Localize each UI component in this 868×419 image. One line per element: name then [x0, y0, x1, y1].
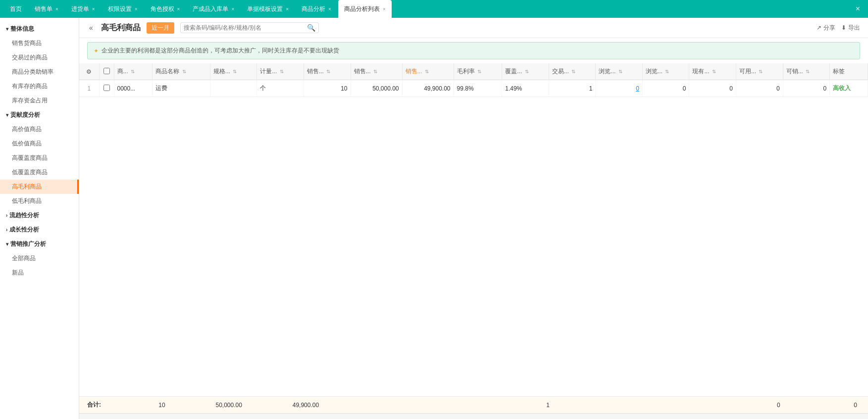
close-template-settings-icon[interactable]: × — [286, 6, 289, 12]
sidebar-group-trend[interactable]: › 流趋性分析 — [0, 208, 79, 223]
nav-sales-order[interactable]: 销售单 × — [29, 0, 64, 18]
close-product-analysis-icon[interactable]: × — [328, 6, 331, 12]
col-tag: 标签 — [830, 63, 868, 80]
col-sales-qty[interactable]: 销售... ⇅ — [304, 63, 351, 80]
col-gross-margin[interactable]: 毛利率 ⇅ — [454, 63, 502, 80]
col-current-stock[interactable]: 现有... ⇅ — [689, 63, 736, 80]
footer-empty4 — [629, 402, 706, 409]
sidebar-group-overall[interactable]: ▾ 整体信息 — [0, 22, 79, 36]
arrow-contribution: ▾ — [6, 112, 8, 118]
sidebar-group-growth[interactable]: › 成长性分析 — [0, 223, 79, 237]
close-role-auth-icon[interactable]: × — [177, 6, 180, 12]
footer-current-stock: 0 — [706, 402, 783, 409]
data-table: ⚙ 商... ⇅ 商品名称 ⇅ — [79, 63, 868, 97]
sort-browse2-icon: ⇅ — [665, 69, 669, 74]
sort-sales-amount-icon: ⇅ — [373, 69, 377, 74]
main-layout: ▾ 整体信息 销售货商品 交易过的商品 商品分类助销率 有库存的商品 库存资金占… — [0, 18, 868, 419]
table-row: 1 0000... 运费 — [79, 80, 868, 97]
cell-code[interactable]: 0000... — [114, 80, 153, 97]
export-button[interactable]: ⬇ 导出 — [841, 24, 860, 32]
sidebar-group-marketing[interactable]: ▾ 营销推广分析 — [0, 237, 79, 251]
cell-available: 0 — [736, 80, 783, 97]
sidebar-item-inventory-capital[interactable]: 库存资金占用 — [0, 93, 79, 108]
select-all-checkbox[interactable] — [103, 68, 110, 74]
sidebar-item-high-margin[interactable]: 高毛利商品 — [0, 180, 79, 194]
nav-template-settings[interactable]: 单据模板设置 × — [241, 0, 295, 18]
nav-product-warehouse[interactable]: 产成品入库单 × — [187, 0, 240, 18]
search-icon[interactable]: 🔍 — [307, 24, 315, 32]
col-available[interactable]: 可用... ⇅ — [736, 63, 783, 80]
sidebar-item-new-goods[interactable]: 新品 — [0, 266, 79, 280]
sort-spec-icon: ⇅ — [233, 69, 237, 74]
sort-browse1-icon: ⇅ — [618, 69, 622, 74]
footer-bar: 合计: 10 50,000.00 49,900.00 1 0 0 — [79, 396, 868, 413]
share-icon: ↗ — [817, 24, 821, 31]
sort-code-icon: ⇅ — [131, 69, 135, 74]
share-button[interactable]: ↗ 分享 — [817, 24, 835, 32]
sidebar-item-low-margin[interactable]: 低毛利商品 — [0, 194, 79, 208]
sidebar-item-traded-goods[interactable]: 交易过的商品 — [0, 50, 79, 65]
sidebar-item-all-goods[interactable]: 全部商品 — [0, 251, 79, 266]
col-checkbox — [99, 63, 114, 80]
info-banner: ✦ 企业的主要的利润都是这部分商品创造的，可考虑加大推广，同时关注库存是不要出现… — [87, 42, 860, 59]
col-sales-cost[interactable]: 销售... ⇅ — [402, 63, 454, 80]
info-icon: ✦ — [94, 47, 99, 54]
close-product-warehouse-icon[interactable]: × — [231, 6, 234, 12]
cell-name: 运费 — [153, 80, 210, 97]
footer-sales-qty: 10 — [127, 402, 168, 409]
window-close-button[interactable]: × — [852, 4, 864, 13]
arrow-trend: › — [6, 213, 7, 218]
cell-sales-qty: 10 — [304, 80, 351, 97]
sort-gross-margin-icon: ⇅ — [477, 69, 481, 74]
sidebar-item-high-coverage[interactable]: 高覆盖度商品 — [0, 151, 79, 165]
nav-role-auth[interactable]: 角色授权 × — [145, 0, 186, 18]
filter-month-button[interactable]: 近一月 — [147, 22, 174, 34]
sort-sales-cost-icon: ⇅ — [425, 69, 429, 74]
col-sales-amount[interactable]: 销售... ⇅ — [351, 63, 402, 80]
col-name[interactable]: 商品名称 ⇅ — [153, 63, 210, 80]
footer-empty2 — [399, 402, 475, 409]
cell-browse1[interactable]: 0 — [596, 80, 643, 97]
close-sales-order-icon[interactable]: × — [55, 6, 58, 12]
footer-available: 0 — [783, 402, 860, 409]
sidebar-item-low-coverage[interactable]: 低覆盖度商品 — [0, 165, 79, 180]
sidebar-item-in-stock[interactable]: 有库存的商品 — [0, 79, 79, 93]
col-transaction[interactable]: 交易... ⇅ — [549, 63, 596, 80]
row-checkbox-cell — [99, 80, 114, 97]
search-input[interactable] — [184, 24, 307, 31]
nav-product-analysis[interactable]: 商品分析 × — [296, 0, 337, 18]
sidebar-item-high-value[interactable]: 高价值商品 — [0, 122, 79, 137]
col-settings[interactable]: ⚙ — [79, 63, 99, 80]
sidebar-item-sales-goods[interactable]: 销售货商品 — [0, 36, 79, 50]
row-checkbox[interactable] — [103, 85, 110, 91]
settings-icon[interactable]: ⚙ — [86, 68, 92, 75]
footer-transaction: 1 — [476, 402, 553, 409]
nav-product-analysis-list[interactable]: 商品分析列表 × — [338, 0, 392, 18]
cell-browse2: 0 — [642, 80, 689, 97]
col-coverage[interactable]: 覆盖... ⇅ — [502, 63, 549, 80]
col-spec[interactable]: 规格... ⇅ — [210, 63, 257, 80]
col-browse1[interactable]: 浏览... ⇅ — [596, 63, 643, 80]
close-product-analysis-list-icon[interactable]: × — [383, 6, 386, 12]
sidebar-item-low-value[interactable]: 低价值商品 — [0, 137, 79, 151]
nav-purchase-order[interactable]: 进货单 × — [65, 0, 101, 18]
data-table-wrapper[interactable]: ⚙ 商... ⇅ 商品名称 ⇅ — [79, 63, 868, 396]
cell-sellable: 0 — [783, 80, 830, 97]
nav-permission-settings[interactable]: 权限设置 × — [102, 0, 144, 18]
nav-home[interactable]: 首页 — [4, 0, 28, 18]
close-purchase-order-icon[interactable]: × — [92, 6, 95, 12]
search-box: 🔍 — [180, 22, 319, 33]
bottom-scrollbar[interactable] — [79, 413, 868, 419]
col-unit[interactable]: 计量... ⇅ — [257, 63, 304, 80]
sort-transaction-icon: ⇅ — [571, 69, 575, 74]
footer-empty3 — [553, 402, 629, 409]
arrow-marketing: ▾ — [6, 241, 8, 247]
col-browse2[interactable]: 浏览... ⇅ — [642, 63, 689, 80]
sidebar-collapse-button[interactable]: « — [87, 22, 95, 34]
close-permission-icon[interactable]: × — [135, 6, 138, 12]
col-code[interactable]: 商... ⇅ — [114, 63, 153, 80]
col-sellable[interactable]: 可销... ⇅ — [783, 63, 830, 80]
arrow-growth: › — [6, 227, 7, 233]
sidebar-group-contribution[interactable]: ▾ 贡献度分析 — [0, 108, 79, 122]
sidebar-item-category-rate[interactable]: 商品分类助销率 — [0, 65, 79, 79]
